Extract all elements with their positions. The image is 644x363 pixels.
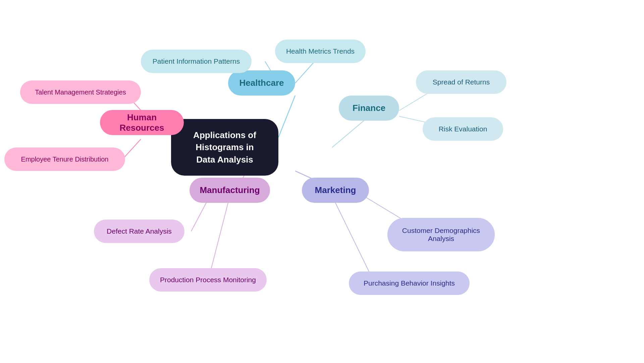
risk-eval-label: Risk Evaluation bbox=[439, 125, 487, 133]
employee-tenure-label: Employee Tenure Distribution bbox=[21, 156, 109, 163]
center-node: Applications of Histograms in Data Analy… bbox=[171, 119, 278, 176]
human-resources-label: Human Resources bbox=[111, 112, 173, 133]
spread-returns-node[interactable]: Spread of Returns bbox=[416, 70, 506, 94]
svg-line-8 bbox=[124, 139, 141, 158]
risk-eval-node[interactable]: Risk Evaluation bbox=[423, 117, 503, 141]
defect-rate-label: Defect Rate Analysis bbox=[107, 227, 172, 235]
purchasing-node[interactable]: Purchasing Behavior Insights bbox=[349, 271, 470, 295]
manufacturing-node[interactable]: Manufacturing bbox=[190, 178, 270, 203]
talent-mgmt-node[interactable]: Talent Management Strategies bbox=[20, 80, 141, 104]
svg-line-3 bbox=[332, 116, 369, 147]
spread-returns-label: Spread of Returns bbox=[433, 78, 490, 86]
employee-tenure-node[interactable]: Employee Tenure Distribution bbox=[4, 147, 125, 171]
customer-demo-label: Customer Demographics Analysis bbox=[398, 227, 484, 243]
production-process-label: Production Process Monitoring bbox=[160, 276, 256, 284]
svg-line-0 bbox=[278, 96, 295, 137]
patient-info-node[interactable]: Patient Information Patterns bbox=[141, 50, 252, 73]
defect-rate-node[interactable]: Defect Rate Analysis bbox=[94, 220, 184, 243]
human-resources-node[interactable]: Human Resources bbox=[100, 110, 184, 135]
customer-demo-node[interactable]: Customer Demographics Analysis bbox=[387, 218, 495, 251]
healthcare-label: Healthcare bbox=[239, 78, 284, 88]
patient-info-label: Patient Information Patterns bbox=[153, 57, 240, 65]
talent-mgmt-label: Talent Management Strategies bbox=[35, 88, 126, 96]
svg-line-14 bbox=[335, 203, 369, 271]
marketing-label: Marketing bbox=[315, 185, 356, 195]
svg-line-11 bbox=[211, 203, 228, 268]
manufacturing-label: Manufacturing bbox=[200, 185, 260, 195]
finance-node[interactable]: Finance bbox=[339, 96, 399, 121]
healthcare-node[interactable]: Healthcare bbox=[228, 70, 295, 96]
purchasing-label: Purchasing Behavior Insights bbox=[364, 279, 455, 287]
production-process-node[interactable]: Production Process Monitoring bbox=[149, 268, 267, 292]
health-metrics-label: Health Metrics Trends bbox=[286, 47, 355, 55]
health-metrics-node[interactable]: Health Metrics Trends bbox=[275, 40, 366, 63]
marketing-node[interactable]: Marketing bbox=[302, 178, 369, 203]
center-label: Applications of Histograms in Data Analy… bbox=[188, 129, 262, 166]
finance-label: Finance bbox=[353, 103, 385, 113]
